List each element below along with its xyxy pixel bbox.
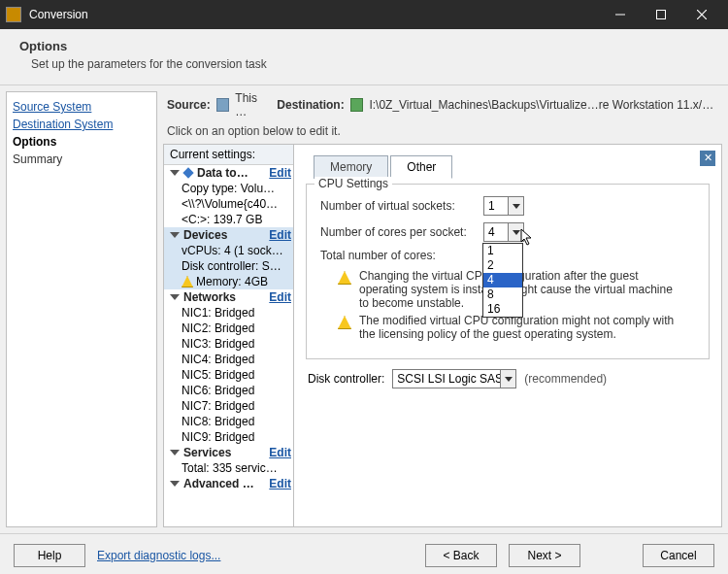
tree-header: Current settings: [164,145,293,165]
page-header: Options Set up the parameters for the co… [0,29,728,85]
tree-item[interactable]: <C:>: 139.7 GB [164,212,293,227]
edit-link[interactable]: Edit [269,446,291,459]
chevron-down-icon [170,294,180,300]
tree-item[interactable]: NIC4: Bridged [164,352,293,367]
disk-controller-value: SCSI LSI Logic SAS [397,372,503,386]
cpu-legend: CPU Settings [314,177,392,190]
dropdown-button[interactable] [508,197,523,215]
tab-other[interactable]: Other [390,155,452,179]
nav-source-system[interactable]: Source System [13,98,150,116]
tree-item[interactable]: NIC2: Bridged [164,321,293,336]
panel-close-button[interactable]: ✕ [700,151,715,166]
warning-text: The modified virtual CPU configuration m… [359,314,679,341]
source-value: This … [235,91,271,118]
source-dest-row: Source: This … Destination: I:\0Z_Virtua… [163,91,722,122]
cores-option-1[interactable]: 1 [483,244,522,258]
disk-label: Disk controller: [308,372,384,386]
dropdown-button[interactable] [500,370,515,388]
settings-tree[interactable]: Current settings: Data to… Edit Copy typ… [164,145,294,526]
tree-item[interactable]: NIC3: Bridged [164,336,293,352]
tree-group-services[interactable]: Services Edit [164,445,293,460]
cpu-settings-group: CPU Settings Number of virtual sockets: … [306,184,710,359]
disk-controller-row: Disk controller: SCSI LSI Logic SAS (rec… [308,369,710,388]
app-icon [6,7,21,22]
tree-item[interactable]: Total: 335 servic… [164,460,293,476]
tree-group-advanced[interactable]: Advanced … Edit [164,476,293,491]
cores-select[interactable]: 4 1 2 4 8 16 [483,222,524,242]
cores-row: Number of cores per socket: 4 1 2 4 8 16 [320,222,695,242]
cores-option-2[interactable]: 2 [483,258,522,273]
sockets-value: 1 [488,199,495,213]
chevron-down-icon [170,450,180,456]
warning-icon [182,276,193,287]
page-title: Options [19,39,709,53]
nav-destination-system[interactable]: Destination System [13,116,150,133]
svg-rect-1 [657,11,666,19]
window-title: Conversion [29,8,600,21]
wizard-footer: Help Export diagnostic logs... < Back Ne… [0,533,728,574]
chevron-down-icon [170,481,180,487]
tree-item[interactable]: NIC7: Bridged [164,398,293,414]
chevron-down-icon [170,170,180,176]
wizard-nav: Source System Destination System Options… [6,91,157,527]
cores-label: Number of cores per socket: [320,225,474,239]
tree-item[interactable]: NIC6: Bridged [164,383,293,398]
cores-dropdown[interactable]: 1 2 4 8 16 [482,243,523,318]
disk-controller-select[interactable]: SCSI LSI Logic SAS [392,369,516,388]
editor-panel: ✕ Memory Other CPU Settings Number of vi… [294,145,721,526]
help-button[interactable]: Help [14,544,85,567]
tree-item[interactable]: <\\?\Volume{c40… [164,196,293,212]
tree-item-memory[interactable]: Memory: 4GB [164,274,293,289]
editor-tabs: Memory Other [314,154,710,178]
dest-value: I:\0Z_Virtual_Machines\Backups\Virtualiz… [369,98,718,112]
tree-item[interactable]: NIC9: Bridged [164,429,293,445]
main-area: Source System Destination System Options… [0,85,728,527]
cores-value: 4 [488,225,495,239]
tree-item[interactable]: NIC8: Bridged [164,414,293,429]
minimize-button[interactable] [600,1,641,28]
edit-link[interactable]: Edit [269,228,291,242]
dropdown-button[interactable] [508,223,523,241]
tree-item-vcpus[interactable]: vCPUs: 4 (1 sock… [164,243,293,258]
cores-option-16[interactable]: 16 [483,302,522,317]
sockets-row: Number of virtual sockets: 1 [320,196,695,216]
export-logs-link[interactable]: Export diagnostic logs... [97,549,220,562]
edit-link[interactable]: Edit [269,477,291,490]
cores-option-8[interactable]: 8 [483,287,522,302]
tree-group-networks[interactable]: Networks Edit [164,289,293,305]
diamond-icon [182,167,193,178]
cancel-button[interactable]: Cancel [643,544,714,567]
titlebar: Conversion [0,0,728,29]
sockets-select[interactable]: 1 [483,196,524,216]
disk-hint: (recommended) [524,372,607,386]
tree-group-devices[interactable]: Devices Edit [164,227,293,243]
back-button[interactable]: < Back [425,544,497,567]
next-button[interactable]: Next > [509,544,580,567]
sockets-label: Number of virtual sockets: [320,199,474,213]
cores-option-4[interactable]: 4 [483,273,522,287]
content-area: Source: This … Destination: I:\0Z_Virtua… [163,91,722,527]
tree-item[interactable]: Copy type: Volu… [164,181,293,196]
warning-icon [338,271,351,285]
cpu-warning-2: The modified virtual CPU configuration m… [338,314,695,341]
edit-hint: Click on an option below to edit it. [163,122,722,144]
warning-icon [338,316,351,329]
tree-item[interactable]: NIC5: Bridged [164,367,293,383]
total-cores-label: Total number of cores: [320,249,474,262]
source-label: Source: [167,98,211,112]
edit-link[interactable]: Edit [269,290,291,304]
dest-label: Destination: [277,98,344,112]
options-split: Current settings: Data to… Edit Copy typ… [163,144,722,527]
vm-icon [350,98,364,112]
tree-item-disk-controller[interactable]: Disk controller: S… [164,258,293,274]
computer-icon [216,98,230,112]
tree-group-data[interactable]: Data to… Edit [164,165,293,181]
nav-options[interactable]: Options [13,133,150,151]
close-button[interactable] [681,1,722,28]
tab-memory[interactable]: Memory [314,155,388,179]
edit-link[interactable]: Edit [269,166,291,180]
maximize-button[interactable] [641,1,681,28]
tree-item[interactable]: NIC1: Bridged [164,305,293,321]
page-subtitle: Set up the parameters for the conversion… [19,57,709,71]
nav-summary[interactable]: Summary [13,151,150,168]
